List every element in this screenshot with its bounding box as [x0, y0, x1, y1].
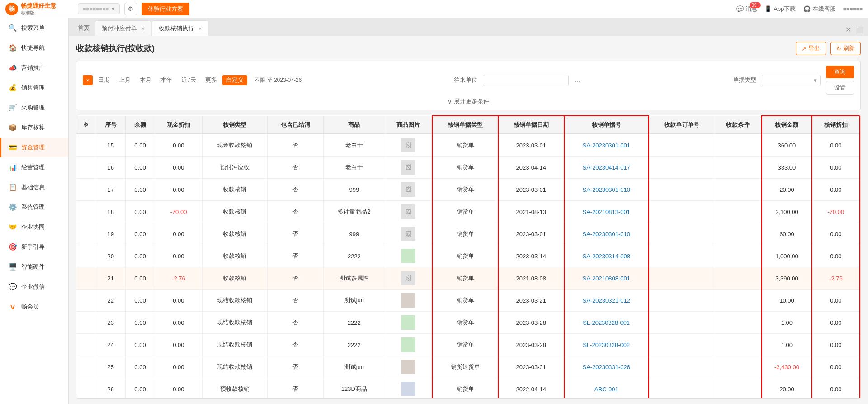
sidebar-item-purchase[interactable]: 🛒 采购管理: [0, 98, 68, 118]
column-settings-icon[interactable]: ⚙: [83, 121, 89, 128]
td-goods-image: 🖼: [385, 267, 432, 290]
sidebar-item-quicknav[interactable]: 🏠 快捷导航: [0, 38, 68, 58]
goods-image: [401, 249, 415, 263]
td-cancel-bill-date: 2023-04-14: [498, 157, 564, 179]
td-include-settled: 否: [267, 378, 323, 399]
td-seq: 18: [96, 201, 125, 223]
tab-home[interactable]: 首页: [73, 20, 94, 36]
bill-no-link[interactable]: SA-20230301-010: [582, 231, 630, 238]
sidebar-item-sales[interactable]: 💰 销售管理: [0, 78, 68, 98]
goods-image: [401, 315, 415, 330]
td-include-settled: 否: [267, 267, 323, 290]
td-goods-image: [385, 378, 432, 399]
sidebar-item-marketing[interactable]: 📣 营销推广: [0, 58, 68, 78]
expand-more-button[interactable]: ∨ 展开更多条件: [448, 97, 489, 105]
business-icon: 📊: [9, 163, 17, 171]
settings-button[interactable]: 设置: [826, 81, 854, 95]
sidebar-item-search[interactable]: 🔍 搜索菜单: [0, 18, 68, 38]
td-cancel-bill-no: SA-20230301-010: [564, 223, 649, 245]
expand-more-icon: ∨: [448, 98, 452, 105]
tab-collection-close[interactable]: ×: [198, 26, 201, 31]
td-receipt-order-no: [649, 134, 714, 157]
home-icon: 🏠: [9, 44, 17, 52]
table-header: ⚙ 序号 余额 现金折扣 核销类型 包含已结清 商品 商品图片 核销单据类型 核…: [76, 116, 860, 134]
bill-no-link[interactable]: SL-20230328-001: [583, 319, 630, 326]
sidebar-label-wechat: 企业微信: [21, 283, 45, 291]
sidebar-item-finance[interactable]: 💳 资金管理: [0, 138, 68, 157]
bill-no-link[interactable]: SA-20230301-001: [582, 142, 630, 149]
bill-no-link[interactable]: SA-20230321-012: [582, 297, 630, 304]
window-close-icon[interactable]: ✕: [845, 25, 851, 34]
td-seq: 19: [96, 223, 125, 245]
tab-collection[interactable]: 收款核销执行 ×: [152, 20, 208, 36]
tab-prepay[interactable]: 预付冲应付单 ×: [95, 20, 151, 36]
td-cancel-bill-date: 2023-03-01: [498, 134, 564, 157]
industry-button[interactable]: 休验行业方案: [142, 3, 189, 15]
date-this-month[interactable]: 本月: [136, 75, 155, 85]
app-sub: 标准版: [21, 10, 56, 16]
settings-icon[interactable]: ⚙: [124, 3, 137, 15]
td-cash-discount: 0.00: [155, 179, 203, 201]
query-button[interactable]: 查询: [826, 66, 854, 78]
td-cancel-bill-date: 2023-03-14: [498, 245, 564, 267]
td-include-settled: 否: [267, 157, 323, 179]
bill-no-link[interactable]: SA-20230331-026: [582, 364, 630, 371]
export-button[interactable]: ↗ 导出: [796, 42, 826, 55]
td-goods: 999: [324, 223, 385, 245]
td-goods-image: [385, 312, 432, 334]
td-cash-discount: 0.00: [155, 312, 203, 334]
td-receipt-order-no: [649, 179, 714, 201]
td-cash-discount: 0.00: [155, 334, 203, 356]
window-maximize-icon[interactable]: ⬜: [856, 26, 863, 33]
filter-expand-button[interactable]: »: [83, 75, 93, 85]
table-row: 16 0.00 0.00 预付冲应收 否 老白干 🖼 销货单 2023-04-1…: [76, 157, 860, 179]
company-selector[interactable]: ■■■■■■■■ ▾: [78, 3, 120, 14]
bill-no-link[interactable]: SA-20210813-001: [582, 209, 630, 215]
td-cancel-bill-type: 销货单: [432, 157, 498, 179]
td-seq: 22: [96, 290, 125, 312]
td-cancel-bill-no: SA-20230331-026: [564, 356, 649, 378]
sidebar-item-enterprise[interactable]: 🤝 企业协同: [0, 217, 68, 237]
tab-prepay-close[interactable]: ×: [142, 26, 144, 31]
bill-no-link[interactable]: SA-20230414-017: [582, 164, 630, 171]
sidebar-item-member[interactable]: V 畅会员: [0, 297, 68, 317]
bill-no-link[interactable]: SA-20210808-001: [582, 275, 630, 282]
top-bar-center: ■■■■■■■■ ▾ ⚙ 休验行业方案: [78, 3, 732, 15]
date-7days[interactable]: 近7天: [178, 75, 200, 85]
refresh-button[interactable]: ↻ 刷新: [830, 42, 861, 55]
sidebar-label-finance: 资金管理: [21, 143, 45, 152]
td-cancel-bill-type: 销货单: [432, 267, 498, 290]
sidebar-item-business[interactable]: 📊 经营管理: [0, 157, 68, 177]
td-gear: [76, 179, 96, 201]
td-cancel-type: 现结收款核销: [202, 334, 267, 356]
sidebar-item-hardware[interactable]: 🖥️ 智能硬件: [0, 257, 68, 277]
sidebar-label-basicinfo: 基础信息: [21, 183, 45, 191]
bill-no-link[interactable]: SA-20230301-010: [582, 186, 630, 193]
td-goods-image: 🖼: [385, 179, 432, 201]
bill-no-link[interactable]: SL-20230328-002: [583, 342, 630, 348]
sidebar-item-inventory[interactable]: 📦 库存核算: [0, 118, 68, 138]
online-service-button[interactable]: 🎧 在线客服: [803, 5, 836, 13]
sidebar-item-basicinfo[interactable]: 📋 基础信息: [0, 177, 68, 197]
td-cancel-type: 预收款核销: [202, 378, 267, 399]
goods-image: 🖼: [401, 271, 415, 285]
th-cancel-type: 核销类型: [202, 116, 267, 134]
company-name: ■■■■■■■■: [83, 6, 109, 12]
date-custom[interactable]: 自定义: [222, 75, 247, 85]
app-download-button[interactable]: 📱 App下载: [764, 5, 796, 13]
date-more[interactable]: 更多: [202, 75, 221, 85]
td-receipt-condition: [714, 179, 762, 201]
date-this-year[interactable]: 本年: [157, 75, 176, 85]
type-select[interactable]: [762, 75, 821, 86]
notification-button[interactable]: 💬 消息 99+: [736, 5, 757, 13]
customer-input[interactable]: [483, 75, 569, 86]
bill-no-link[interactable]: ABC-001: [594, 386, 618, 393]
table-row: 25 0.00 0.00 现结收款核销 否 测试jun 销货退货单 2023-0…: [76, 356, 860, 378]
th-cancel-bill-date: 核销单据日期: [498, 116, 564, 134]
bill-no-link[interactable]: SA-20230314-008: [582, 253, 630, 260]
sidebar-item-wechat[interactable]: 💬 企业微信: [0, 277, 68, 297]
date-last-month[interactable]: 上月: [115, 75, 134, 85]
sidebar-item-system[interactable]: ⚙️ 系统管理: [0, 197, 68, 217]
sidebar-item-guide[interactable]: 🎯 新手引导: [0, 237, 68, 257]
table-container: ⚙ 序号 余额 现金折扣 核销类型 包含已结清 商品 商品图片 核销单据类型 核…: [76, 115, 861, 399]
